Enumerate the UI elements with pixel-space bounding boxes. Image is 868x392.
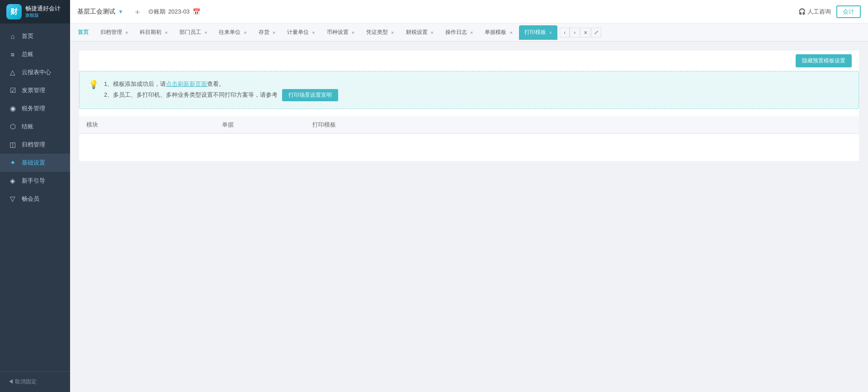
topbar: 基层工会测试 ▼ ＋ ⚙ 账期 2023-03 📅 🎧 人工咨询 会计 [70,0,868,24]
nav-icon-reports: △ [8,68,17,76]
refresh-link[interactable]: 点击刷新新页面 [166,80,207,87]
tab-label-subject_init: 科目期初 [140,28,161,36]
nav-icon-archive: ◫ [8,141,17,149]
content-wrapper: 隐藏预置模板设置 💡 1、模板添加成功后，请点击刷新新页面查看。 2、多员工、多… [79,51,859,161]
col-single: 单据 [222,121,312,129]
app-name: 畅捷通好会计 [25,5,61,13]
tab-voucher_type[interactable]: 凭证类型× [361,25,399,40]
period-selector[interactable]: 账期 2023-03 📅 [154,8,200,16]
sidebar-nav: ⌂首页≡总账△云报表中心☑发票管理◉税务管理⬡结账◫归档管理✦基础设置◈新手引导… [0,24,70,371]
table-body [79,134,859,161]
col-template: 打印模板 [312,121,852,129]
nav-icon-close: ⬡ [8,123,17,131]
tab-close-dept_staff[interactable]: × [204,30,207,35]
tab-close-op_log[interactable]: × [470,30,473,35]
tab-archive_mgmt[interactable]: 归档管理× [95,25,133,40]
tab-close-print_template[interactable]: × [549,30,552,35]
tab-close-voucher_type[interactable]: × [391,30,394,35]
tab-close-archive_mgmt[interactable]: × [125,30,128,35]
nav-icon-invoice: ☑ [8,86,17,94]
tab-dept_staff[interactable]: 部门员工× [174,25,212,40]
tab-close-subject_init[interactable]: × [165,30,167,35]
nav-label-home: 首页 [22,32,33,40]
settings-icon[interactable]: ⚙ [148,8,154,16]
hide-template-btn[interactable]: 隐藏预置模板设置 [796,54,852,67]
nav-icon-home: ⌂ [8,33,17,40]
sidebar-item-archive[interactable]: ◫归档管理 [0,136,70,154]
info-box: 💡 1、模板添加成功后，请点击刷新新页面查看。 2、多员工、多打印机、多种业务类… [79,71,859,109]
info-line-2: 2、多员工、多打印机、多种业务类型设置不同打印方案等，请参考 打印场景设置宣明 [104,89,849,101]
tab-prev-btn[interactable]: ‹ [560,28,570,38]
tab-close-customer[interactable]: × [244,30,246,35]
huiji-button[interactable]: 会计 [836,5,861,18]
nav-label-archive: 归档管理 [22,141,45,149]
tab-next-btn[interactable]: › [570,28,580,38]
info-content: 1、模板添加成功后，请点击刷新新页面查看。 2、多员工、多打印机、多种业务类型设… [104,79,849,101]
tab-label-customer: 往来单位 [219,28,241,36]
tab-expand-btn[interactable]: ⤢ [591,28,601,38]
info-line1-post: 查看。 [207,80,225,87]
headphone-icon: 🎧 [798,8,806,15]
sidebar-item-basic[interactable]: ✦基础设置 [0,154,70,172]
period-label: 账期 [154,8,165,16]
tab-close-currency[interactable]: × [352,30,354,35]
calendar-icon[interactable]: 📅 [193,8,200,15]
tab-single_form[interactable]: 单据模板× [479,25,518,40]
sidebar-item-vip[interactable]: ▽畅会员 [0,190,70,208]
nav-label-basic: 基础设置 [22,159,45,167]
table-header: 模块 单据 打印模板 [79,116,859,134]
sidebar-item-close[interactable]: ⬡结账 [0,118,70,136]
tab-op_log[interactable]: 操作日志× [440,25,478,40]
help-label: 人工咨询 [807,8,831,16]
tab-close-inventory[interactable]: × [273,30,275,35]
sidebar: 财 畅捷通好会计 旗舰版 ⌂首页≡总账△云报表中心☑发票管理◉税务管理⬡结账◫归… [0,0,70,392]
tab-customer[interactable]: 往来单位× [213,25,252,40]
tab-print_template[interactable]: 打印模板× [519,25,557,40]
nav-label-close: 结账 [22,123,33,131]
tab-label-dept_staff: 部门员工 [179,28,201,36]
tab-close-single_form[interactable]: × [509,30,512,35]
tab-label-currency: 币种设置 [327,28,349,36]
add-tab-icon[interactable]: ＋ [133,6,142,17]
info-line-1: 1、模板添加成功后，请点击刷新新页面查看。 [104,79,849,89]
tab-bar: 首页归档管理×科目期初×部门员工×往来单位×存货×计量单位×币种设置×凭证类型×… [70,24,868,42]
tab-close-all-btn[interactable]: × [580,28,590,38]
info-line1-pre: 1、模板添加成功后，请 [104,80,166,87]
nav-label-tax: 税务管理 [22,104,45,113]
sidebar-item-reports[interactable]: △云报表中心 [0,63,70,81]
help-button[interactable]: 🎧 人工咨询 [798,8,831,16]
sidebar-item-ledger[interactable]: ≡总账 [0,45,70,63]
tab-currency[interactable]: 币种设置× [321,25,360,40]
project-dropdown-icon[interactable]: ▼ [118,9,123,15]
logo-text-block: 畅捷通好会计 旗舰版 [25,5,61,19]
tab-close-tax_setting[interactable]: × [431,30,434,35]
tab-label-print_template: 打印模板 [524,28,546,36]
tab-inventory[interactable]: 存货× [253,25,281,40]
tab-close-measure_unit[interactable]: × [312,30,315,35]
tab-home[interactable]: 首页 [72,25,94,40]
page-content: 隐藏预置模板设置 💡 1、模板添加成功后，请点击刷新新页面查看。 2、多员工、多… [70,42,868,392]
tab-label-op_log: 操作日志 [445,28,467,36]
tab-label-tax_setting: 财税设置 [406,28,428,36]
nav-label-reports: 云报表中心 [22,68,51,76]
period-value: 2023-03 [168,8,190,15]
top-actions-bar: 隐藏预置模板设置 [79,51,859,71]
nav-label-ledger: 总账 [22,50,33,58]
tab-label-measure_unit: 计量单位 [287,28,309,36]
col-module: 模块 [86,121,222,129]
nav-label-invoice: 发票管理 [22,86,45,94]
project-selector[interactable]: 基层工会测试 ▼ [77,8,126,16]
tab-tax_setting[interactable]: 财税设置× [401,25,439,40]
sidebar-item-tax[interactable]: ◉税务管理 [0,99,70,118]
nav-label-guide: 新手引导 [22,177,45,185]
bulb-icon: 💡 [89,80,99,90]
print-guide-btn[interactable]: 打印场景设置宣明 [282,89,338,101]
sidebar-item-guide[interactable]: ◈新手引导 [0,172,70,190]
main-area: 基层工会测试 ▼ ＋ ⚙ 账期 2023-03 📅 🎧 人工咨询 会计 首页归档… [70,0,868,392]
sidebar-item-home[interactable]: ⌂首页 [0,27,70,45]
sidebar-cancel-fixed[interactable]: ◀ 取消固定 [0,371,70,392]
tab-subject_init[interactable]: 科目期初× [134,25,173,40]
sidebar-item-invoice[interactable]: ☑发票管理 [0,81,70,99]
nav-icon-tax: ◉ [8,104,17,113]
tab-measure_unit[interactable]: 计量单位× [282,25,320,40]
